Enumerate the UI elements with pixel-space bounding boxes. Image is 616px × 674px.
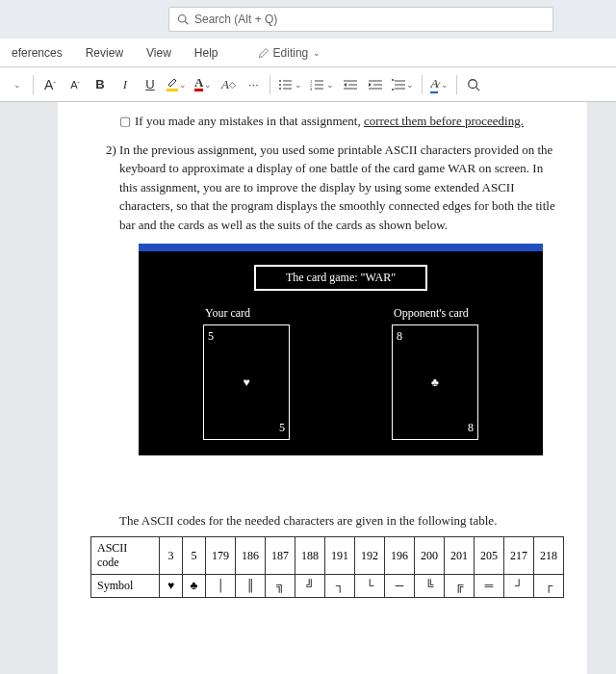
separator xyxy=(33,75,34,94)
separator xyxy=(270,75,270,94)
svg-point-2 xyxy=(279,80,281,82)
search-box[interactable]: Search (Alt + Q) xyxy=(168,7,553,32)
card-value-top: 8 xyxy=(397,329,402,344)
search-placeholder: Search (Alt + Q) xyxy=(194,13,277,26)
tab-view[interactable]: View xyxy=(135,39,183,66)
console-screenshot: The card game: "WAR" Your card 5 ♥ 5 Opp… xyxy=(139,244,543,455)
card-value-bottom: 8 xyxy=(468,421,474,435)
ascii-table: ASCII code 3 5 179 186 187 188 191 192 1… xyxy=(90,536,564,598)
increase-indent-button[interactable] xyxy=(363,72,388,97)
find-button[interactable] xyxy=(461,72,486,97)
svg-line-24 xyxy=(475,87,479,91)
document-area[interactable]: ▢If you made any mistakes in that assign… xyxy=(0,102,616,674)
console-title: The card game: "WAR" xyxy=(254,265,427,291)
bullets-icon xyxy=(278,79,294,91)
highlight-button[interactable]: ⌄ xyxy=(163,72,191,97)
opponent-card: 8 ♣ 8 xyxy=(392,324,478,440)
your-card-label: Your card xyxy=(205,306,290,321)
underlined-text: correct them before proceeding. xyxy=(364,114,524,128)
tab-review[interactable]: Review xyxy=(74,39,135,66)
row-label: Symbol xyxy=(91,575,160,598)
styles-button[interactable]: A⁄⌄ xyxy=(426,72,451,97)
separator xyxy=(456,75,457,94)
more-button[interactable]: ··· xyxy=(241,72,266,97)
svg-line-1 xyxy=(185,21,188,24)
card-suit: ♣ xyxy=(431,376,439,390)
title-bar: Search (Alt + Q) xyxy=(0,0,616,39)
card-suit: ♥ xyxy=(243,376,249,390)
page: ▢If you made any mistakes in that assign… xyxy=(58,102,587,674)
bullets-button[interactable]: ⌄ xyxy=(274,72,306,97)
decrease-indent-button[interactable] xyxy=(338,72,363,97)
search-icon xyxy=(177,13,189,25)
numbering-button[interactable]: 123⌄ xyxy=(306,72,338,97)
table-row: ASCII code 3 5 179 186 187 188 191 192 1… xyxy=(91,537,564,575)
card-value-bottom: 5 xyxy=(279,421,285,435)
opponent-card-label: Opponent's card xyxy=(394,306,478,321)
your-card: 5 ♥ 5 xyxy=(203,324,290,440)
tab-references[interactable]: eferences xyxy=(0,39,74,66)
underline-button[interactable]: U xyxy=(138,72,163,97)
search-icon xyxy=(467,78,480,91)
line-spacing-button[interactable]: ⌄ xyxy=(388,72,418,97)
table-lead-text: The ASCII codes for the needed character… xyxy=(119,513,564,529)
row-label: ASCII code xyxy=(91,537,160,575)
ribbon-tabs: eferences Review View Help Editing ⌄ xyxy=(0,39,616,67)
italic-button[interactable]: I xyxy=(113,72,138,97)
shrink-font-button[interactable]: Aˇ xyxy=(63,72,88,97)
ribbon-toolbar: ⌄ Aˆ Aˇ B I U ⌄ A⌄ A◇ ··· ⌄ 123⌄ ⌄ A⁄⌄ xyxy=(0,67,616,102)
clear-formatting-button[interactable]: A◇ xyxy=(216,72,241,97)
spacing-icon xyxy=(392,79,405,91)
svg-text:3: 3 xyxy=(310,87,313,91)
card-value-top: 5 xyxy=(208,329,214,344)
svg-point-23 xyxy=(468,79,476,88)
svg-point-0 xyxy=(179,15,187,23)
bold-button[interactable]: B xyxy=(88,72,113,97)
highlighter-icon xyxy=(167,77,178,87)
outdent-icon xyxy=(344,79,357,91)
editing-label: Editing xyxy=(273,46,309,60)
svg-point-4 xyxy=(279,84,281,86)
indent-icon xyxy=(369,79,382,91)
editing-mode-button[interactable]: Editing ⌄ xyxy=(251,43,328,63)
numbering-icon: 123 xyxy=(310,79,325,91)
separator xyxy=(422,75,423,94)
opponent-card-column: Opponent's card 8 ♣ 8 xyxy=(392,306,478,440)
table-row: Symbol ♥ ♣ │ ║ ╗ ╝ ┐ └ ─ ╚ ╔ ═ ┘ ┌ xyxy=(91,575,564,598)
chevron-down-icon: ⌄ xyxy=(313,48,321,58)
format-dropdown[interactable]: ⌄ xyxy=(4,72,29,97)
checkbox-glyph: ▢ xyxy=(119,114,131,128)
svg-point-6 xyxy=(279,88,281,90)
tab-help[interactable]: Help xyxy=(183,39,230,66)
grow-font-button[interactable]: Aˆ xyxy=(38,72,63,97)
paragraph-correction-note: ▢If you made any mistakes in that assign… xyxy=(119,112,564,131)
pencil-icon xyxy=(258,47,270,59)
font-color-button[interactable]: A⌄ xyxy=(191,72,216,97)
your-card-column: Your card 5 ♥ 5 xyxy=(203,306,290,440)
paragraph-assignment-2: 2) In the previous assignment, you used … xyxy=(119,141,564,235)
